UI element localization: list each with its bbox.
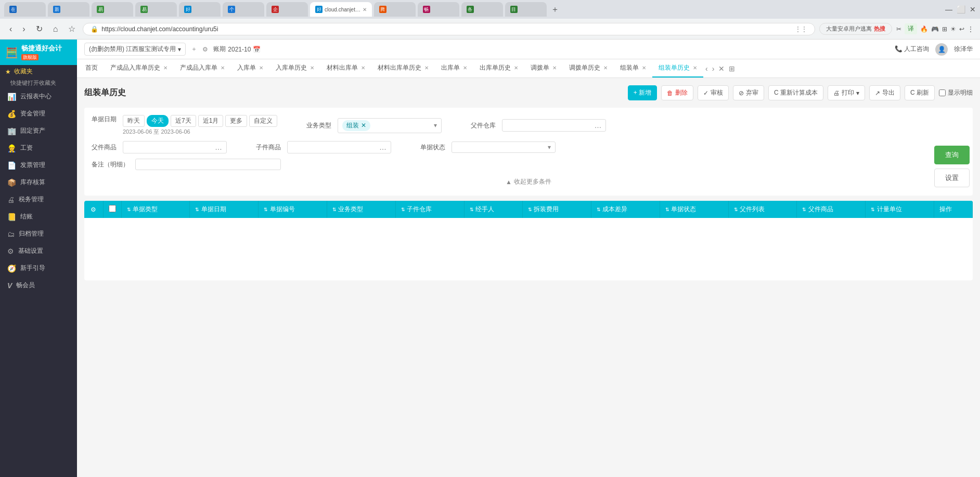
sidebar-item-settings[interactable]: ⚙ 基础设置 [0,242,77,260]
recalc-button[interactable]: C 重新计算成本 [768,85,823,100]
col-checkbox[interactable] [103,201,121,218]
abandon-button[interactable]: ⊘ 弃审 [733,85,764,100]
fire-icon[interactable]: 🔥 [920,25,928,33]
home-button[interactable]: ⌂ [50,22,61,36]
tab-scroll-right[interactable]: › [710,65,717,73]
delete-button[interactable]: 🗑 删除 [661,85,693,100]
new-tab-button[interactable]: ＋ [551,4,559,15]
parent-warehouse-input[interactable]: … [502,119,606,132]
game-icon[interactable]: 🎮 [931,25,939,33]
custom-btn[interactable]: 自定义 [249,115,277,127]
search-bar[interactable]: 大量安卓用户逃离 热搜 [819,23,892,35]
sidebar-item-assets[interactable]: 🏢 固定资产 [0,122,77,139]
tab-11[interactable]: 目 [505,2,547,17]
tab-close-icon[interactable]: ✕ [552,65,557,71]
bookmark-button[interactable]: ☆ [65,22,79,36]
show-detail-checkbox[interactable]: 显示明细 [939,88,973,97]
yesterday-btn[interactable]: 昨天 [123,115,145,127]
1month-btn[interactable]: 近1月 [198,115,224,127]
refresh-button[interactable]: C 刷新 [905,85,935,100]
col-handler[interactable]: ⇅ 经手人 [464,201,522,218]
forward-button[interactable]: › [19,22,28,36]
tab-close-icon[interactable]: ✕ [463,65,467,71]
collapse-button[interactable]: ▲ 收起更多条件 [92,175,965,188]
tab-7[interactable]: 好 cloud.chanjet… ✕ [310,2,372,17]
reload-button[interactable]: ↻ [33,22,46,36]
tab-close-icon[interactable]: ✕ [259,65,263,71]
col-doc-status[interactable]: ⇅ 单据状态 [660,201,728,218]
note-input[interactable] [135,159,281,170]
grid-icon[interactable]: ⊞ [942,25,947,33]
maximize-button[interactable]: ⬜ [957,5,965,14]
sidebar-item-invoice[interactable]: 📄 发票管理 [0,157,77,174]
tab-5[interactable]: 个 [223,2,264,17]
translate-icon[interactable]: 译 [905,23,917,34]
page-tab-mat-out[interactable]: 材料出库单 ✕ [320,59,371,78]
parent-goods-more[interactable]: … [215,143,222,151]
page-tab-in-hist[interactable]: 入库单历史 ✕ [269,59,320,78]
child-goods-input[interactable]: … [287,141,391,153]
col-biz-type[interactable]: ⇅ 业务类型 [327,201,396,218]
print-button[interactable]: 🖨 打印 ▾ [828,85,865,100]
page-tab-prod-in-hist[interactable]: 产成品入库单历史 ✕ [104,59,174,78]
cut-icon[interactable]: ✂ [896,25,901,33]
company-select[interactable]: (勿删勿禁用) 江西服宝测试专用 ▾ [84,43,186,56]
col-parent-list[interactable]: ⇅ 父件列表 [728,201,797,218]
tab-close-all[interactable]: ✕ [716,65,727,73]
biz-type-input-area[interactable]: 组装 ✕ ▾ [338,118,442,133]
tab-close-icon[interactable]: ✕ [642,65,646,71]
tab-menu[interactable]: ⊞ [727,65,737,73]
col-parent-goods[interactable]: ⇅ 父件商品 [797,201,866,218]
col-unit[interactable]: ⇅ 计量单位 [866,201,934,218]
page-tab-assemble[interactable]: 组装单 ✕ [614,59,652,78]
back-button[interactable]: ‹ [6,22,15,36]
page-tab-out-hist[interactable]: 出库单历史 ✕ [473,59,524,78]
query-button[interactable]: 查询 [934,146,970,164]
tab-close-icon[interactable]: ✕ [310,65,314,71]
tab-3[interactable]: 易 [135,2,177,17]
tab-9[interactable]: 畅 [418,2,459,17]
page-tab-out[interactable]: 出库单 ✕ [435,59,473,78]
page-tab-transfer[interactable]: 调拨单 ✕ [524,59,563,78]
sidebar-favorites-sub[interactable]: 快捷键打开收藏夹 [0,78,77,88]
tab-close-icon[interactable]: ✕ [361,65,365,71]
page-tab-prod-in[interactable]: 产成品入库单 ✕ [174,59,231,78]
tab-4[interactable]: 好 [179,2,221,17]
tab-close-icon[interactable]: ✕ [163,65,167,71]
tab-2[interactable]: 易 [92,2,133,17]
close-button[interactable]: ✕ [970,5,976,14]
tab-10[interactable]: 各 [461,2,503,17]
address-bar[interactable]: 🔒 https://cloud.chanjet.com/accounting/u… [83,23,815,35]
page-tab-assemble-hist[interactable]: 组装单历史 ✕ [652,59,703,78]
undo-icon[interactable]: ↩ [959,25,964,33]
sidebar-item-finance[interactable]: 💰 资金管理 [0,105,77,122]
more-btn[interactable]: 更多 [225,115,247,127]
col-doc-type[interactable]: ⇅ 单据类型 [121,201,190,218]
sidebar-item-inventory[interactable]: 📦 库存核算 [0,174,77,191]
tab-8[interactable]: 腾 [374,2,416,17]
show-detail-input[interactable] [939,89,946,96]
brightness-icon[interactable]: ☀ [950,25,956,33]
add-button[interactable]: + 新增 [628,85,657,100]
add-company-button[interactable]: ＋ [191,45,197,54]
select-all-checkbox[interactable] [109,205,116,212]
7days-btn[interactable]: 近7天 [171,115,196,127]
page-tab-mat-out-hist[interactable]: 材料出库单历史 ✕ [371,59,435,78]
col-doc-no[interactable]: ⇅ 单据编号 [259,201,327,218]
today-btn[interactable]: 今天 [147,115,169,127]
sidebar-item-member[interactable]: V 畅会员 [0,277,77,294]
tab-6[interactable]: 企 [266,2,308,17]
sidebar-item-salary[interactable]: 👷 工资 [0,139,77,157]
help-button[interactable]: 📞 人工咨询 [895,45,929,54]
settings-button[interactable]: 设置 [934,169,970,187]
settings-gear-icon[interactable]: ⚙ [202,46,208,53]
menu-icon[interactable]: ⋮ [968,25,974,33]
page-tab-in[interactable]: 入库单 ✕ [231,59,269,78]
col-cost-diff[interactable]: ⇅ 成本差异 [591,201,660,218]
sidebar-item-guide[interactable]: 🧭 新手引导 [0,260,77,277]
sidebar-item-reports[interactable]: 📊 云报表中心 [0,88,77,105]
col-doc-date[interactable]: ⇅ 单据日期 [190,201,259,218]
tab-1[interactable]: 新 [48,2,89,17]
period-selector[interactable]: 账期 2021-10 📅 [213,45,261,54]
col-settings[interactable]: ⚙ [84,201,103,218]
